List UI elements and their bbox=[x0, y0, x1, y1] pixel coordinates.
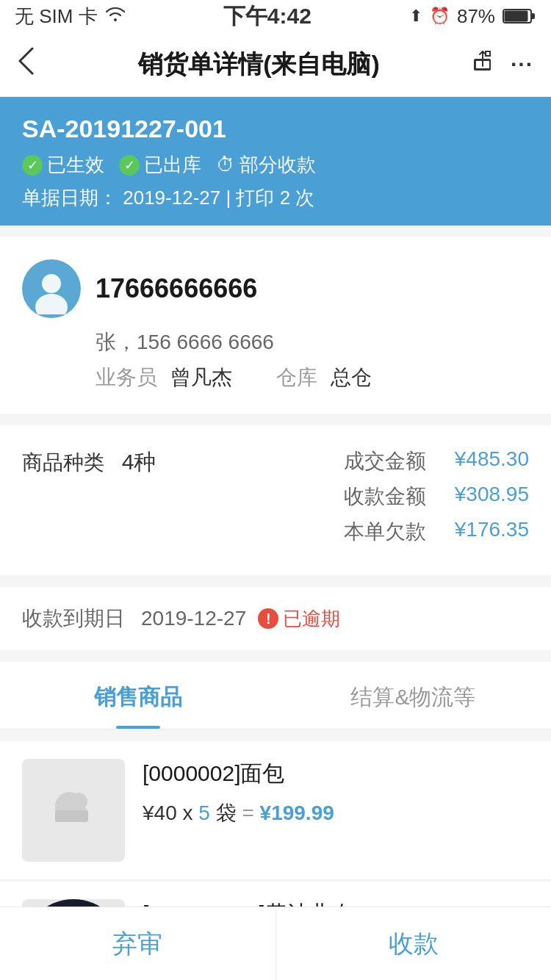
stats-left: 商品种类 4种 bbox=[22, 447, 276, 478]
product-info-bread: [0000002]面包 ¥40 x 5 袋 = ¥199.99 bbox=[143, 759, 529, 827]
product-price-bread: ¥40 x 5 袋 = ¥199.99 bbox=[143, 799, 529, 827]
badge-shipped: ✓ 已出库 bbox=[119, 152, 201, 178]
product-thumb-bread bbox=[22, 759, 125, 862]
battery-icon bbox=[503, 7, 536, 25]
clock-icon: ⏱ bbox=[216, 154, 235, 176]
nav-actions: ··· bbox=[469, 48, 533, 80]
order-date-row: 单据日期： 2019-12-27 | 打印 2 次 bbox=[22, 185, 529, 211]
order-id: SA-20191227-001 bbox=[22, 115, 529, 143]
badge-partial-payment: ⏱ 部分收款 bbox=[216, 152, 316, 178]
amount-row: 成交金额 ¥485.30 bbox=[276, 447, 529, 475]
svg-rect-9 bbox=[55, 810, 88, 822]
tabs-row: 销售商品 结算&物流等 bbox=[0, 662, 551, 729]
received-row: 收款金额 ¥308.95 bbox=[276, 483, 529, 511]
bottom-bar: 弃审 收款 bbox=[0, 907, 551, 980]
wifi-icon bbox=[105, 5, 126, 28]
overdue-icon: ! bbox=[258, 608, 278, 629]
status-left: 无 SIM 卡 bbox=[15, 4, 126, 29]
product-name-bread: [0000002]面包 bbox=[143, 759, 529, 789]
page-title: 销货单详情(来自电脑) bbox=[48, 48, 469, 82]
customer-meta: 业务员 曾凡杰 仓库 总仓 bbox=[22, 364, 529, 392]
overdue-badge: ! 已逾期 bbox=[258, 606, 340, 632]
due-section: 收款到期日 2019-12-27 ! 已逾期 bbox=[0, 587, 551, 650]
customer-section: 17666666666 张，156 6666 6666 业务员 曾凡杰 仓库 总… bbox=[0, 237, 551, 414]
customer-phone: 17666666666 bbox=[96, 273, 257, 304]
more-icon[interactable]: ··· bbox=[511, 52, 533, 77]
back-button[interactable] bbox=[18, 47, 34, 82]
salesperson-meta: 业务员 曾凡杰 bbox=[96, 364, 232, 392]
nav-bar: 销货单详情(来自电脑) ··· bbox=[0, 32, 551, 97]
location-icon: ⬆ bbox=[409, 7, 422, 26]
tab-sales-products[interactable]: 销售商品 bbox=[0, 662, 276, 729]
status-time: 下午4:42 bbox=[223, 1, 311, 32]
owed-row: 本单欠款 ¥176.35 bbox=[276, 518, 529, 546]
tab-settlement[interactable]: 结算&物流等 bbox=[276, 662, 551, 729]
customer-name-phone: 张，156 6666 6666 bbox=[22, 328, 529, 356]
abandon-review-button[interactable]: 弃审 bbox=[0, 907, 276, 980]
svg-rect-2 bbox=[504, 11, 527, 22]
check-icon-2: ✓ bbox=[119, 155, 140, 176]
avatar bbox=[22, 259, 81, 318]
svg-point-5 bbox=[42, 274, 61, 293]
alarm-icon: ⏰ bbox=[430, 7, 450, 26]
tabs-section: 销售商品 结算&物流等 bbox=[0, 662, 551, 729]
customer-row: 17666666666 bbox=[22, 259, 529, 318]
category-count: 商品种类 4种 bbox=[22, 447, 276, 478]
status-bar: 无 SIM 卡 下午4:42 ⬆ ⏰ 87% bbox=[0, 0, 551, 32]
carrier-label: 无 SIM 卡 bbox=[15, 4, 98, 29]
collect-payment-button[interactable]: 收款 bbox=[276, 907, 552, 980]
warehouse-meta: 仓库 总仓 bbox=[276, 364, 372, 392]
share-icon[interactable] bbox=[469, 48, 496, 80]
stats-section: 商品种类 4种 成交金额 ¥485.30 收款金额 ¥308.95 本单欠款 ¥… bbox=[0, 425, 551, 575]
order-badges: ✓ 已生效 ✓ 已出库 ⏱ 部分收款 bbox=[22, 152, 529, 178]
svg-rect-1 bbox=[531, 13, 535, 19]
product-item-bread: [0000002]面包 ¥40 x 5 袋 = ¥199.99 bbox=[0, 741, 551, 880]
product-placeholder-icon bbox=[44, 781, 103, 840]
battery-label: 87% bbox=[457, 5, 495, 28]
check-icon-1: ✓ bbox=[22, 155, 43, 176]
badge-effective: ✓ 已生效 bbox=[22, 152, 104, 178]
status-right: ⬆ ⏰ 87% bbox=[409, 5, 536, 28]
order-header: SA-20191227-001 ✓ 已生效 ✓ 已出库 ⏱ 部分收款 单据日期：… bbox=[0, 97, 551, 226]
stats-right: 成交金额 ¥485.30 收款金额 ¥308.95 本单欠款 ¥176.35 bbox=[276, 447, 529, 553]
